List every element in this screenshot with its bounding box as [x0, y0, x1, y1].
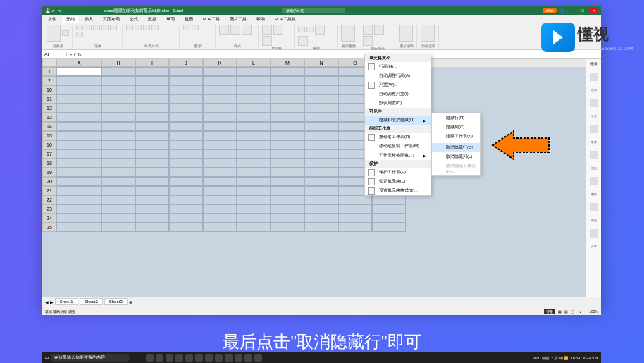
col-header[interactable]: M — [271, 59, 304, 67]
menu-formula[interactable]: 公式 — [127, 16, 141, 23]
cell[interactable] — [237, 195, 271, 204]
cell[interactable] — [271, 94, 304, 104]
style-button[interactable] — [242, 25, 252, 35]
cm-hide-sheet[interactable]: 隐藏工作表(S) — [432, 132, 480, 141]
cm-unhide-cols[interactable]: 取消隐藏列(L) — [432, 152, 480, 161]
select-all-corner[interactable] — [42, 59, 56, 67]
cell[interactable] — [169, 214, 203, 223]
add-sheet-button[interactable]: ⊕ — [129, 300, 132, 304]
pane-title[interactable]: 模板 — [590, 61, 597, 66]
cell[interactable] — [237, 186, 271, 195]
row-header[interactable]: 19 — [42, 168, 56, 177]
cell[interactable] — [304, 113, 338, 122]
cell[interactable] — [271, 67, 304, 76]
cell[interactable] — [237, 122, 271, 131]
cell[interactable] — [271, 76, 304, 85]
cell[interactable] — [271, 113, 304, 122]
cell[interactable] — [338, 204, 372, 214]
save-icon[interactable]: 💾 — [45, 8, 49, 13]
style-button[interactable] — [230, 25, 240, 35]
cell[interactable] — [135, 113, 169, 122]
cell[interactable] — [56, 177, 101, 186]
row-header[interactable]: 2 — [42, 76, 56, 85]
cell[interactable] — [304, 159, 338, 168]
pane-edu-icon[interactable] — [590, 125, 598, 133]
cm-rename-sheet[interactable]: 重命名工作表(R) — [365, 133, 431, 142]
cell[interactable] — [304, 85, 338, 94]
align-button[interactable] — [151, 25, 159, 30]
cell[interactable] — [101, 168, 135, 177]
cell[interactable] — [169, 76, 203, 85]
col-header[interactable]: I — [135, 59, 169, 67]
cell[interactable] — [203, 159, 237, 168]
cell[interactable] — [304, 204, 338, 214]
cell[interactable] — [56, 223, 101, 232]
cell[interactable] — [135, 131, 169, 140]
cell[interactable] — [304, 104, 338, 113]
cell[interactable] — [271, 85, 304, 94]
cm-protect-sheet[interactable]: 保护工作表(P)... — [365, 168, 431, 177]
cell[interactable] — [203, 223, 237, 232]
cell[interactable] — [237, 85, 271, 94]
cell[interactable] — [271, 140, 304, 149]
font-button[interactable] — [93, 25, 100, 30]
menu-file[interactable]: 文件 — [45, 16, 59, 23]
cell[interactable] — [271, 214, 304, 223]
redo-icon[interactable]: ↷ — [58, 8, 62, 13]
cell[interactable] — [338, 195, 372, 204]
cell[interactable] — [101, 85, 135, 94]
cell[interactable] — [237, 131, 271, 140]
cell[interactable] — [304, 195, 338, 204]
clock-time[interactable]: 18:59 — [571, 356, 580, 360]
cell[interactable] — [169, 67, 203, 76]
cell[interactable] — [56, 214, 101, 223]
font-button[interactable] — [85, 25, 92, 30]
cell[interactable] — [56, 122, 101, 131]
number-button[interactable] — [183, 25, 190, 30]
cell[interactable] — [271, 195, 304, 204]
cell[interactable] — [271, 149, 304, 159]
cell[interactable] — [135, 149, 169, 159]
cell[interactable] — [169, 223, 203, 232]
cell[interactable] — [304, 177, 338, 186]
cell-button[interactable] — [262, 25, 272, 35]
align-button[interactable] — [135, 25, 142, 30]
cell[interactable] — [101, 113, 135, 122]
cell[interactable] — [56, 204, 101, 214]
cell[interactable] — [169, 131, 203, 140]
cell[interactable] — [237, 149, 271, 159]
cell[interactable] — [135, 85, 169, 94]
cell[interactable] — [169, 186, 203, 195]
cm-col-width[interactable]: 列宽(W)... — [365, 80, 431, 90]
cm-hide-unhide[interactable]: 隐藏和取消隐藏(U)▶ — [365, 116, 431, 125]
cell[interactable] — [169, 168, 203, 177]
view-layout-icon[interactable]: ▤ — [564, 309, 568, 314]
picedit-button[interactable] — [399, 25, 413, 42]
cell[interactable] — [135, 104, 169, 113]
cell[interactable] — [304, 214, 338, 223]
cell[interactable] — [101, 186, 135, 195]
cm-row-height[interactable]: 行高(H)... — [365, 62, 431, 71]
font-button[interactable] — [101, 25, 109, 30]
row-header[interactable]: 23 — [42, 204, 56, 214]
col-header[interactable]: N — [304, 59, 338, 67]
cell[interactable] — [304, 94, 338, 104]
row-header[interactable]: 15 — [42, 131, 56, 140]
cell[interactable] — [135, 76, 169, 85]
taskbar-app-icon[interactable] — [166, 354, 173, 362]
cell[interactable] — [271, 223, 304, 232]
cell[interactable] — [271, 131, 304, 140]
paste-button[interactable] — [47, 25, 61, 42]
cell[interactable] — [101, 223, 135, 232]
cell[interactable] — [237, 159, 271, 168]
format-button[interactable] — [262, 36, 272, 46]
cell[interactable] — [101, 122, 135, 131]
cell[interactable] — [271, 204, 304, 214]
cell[interactable] — [169, 122, 203, 131]
pane-trans-icon[interactable] — [590, 177, 598, 185]
taskbar-app-icon[interactable] — [175, 354, 183, 362]
zoom-level[interactable]: 100% — [589, 309, 598, 314]
edit-button[interactable] — [298, 27, 305, 32]
cell[interactable] — [304, 76, 338, 85]
taskbar-search[interactable]: 在这里输入你要搜索的内容 — [51, 354, 129, 362]
